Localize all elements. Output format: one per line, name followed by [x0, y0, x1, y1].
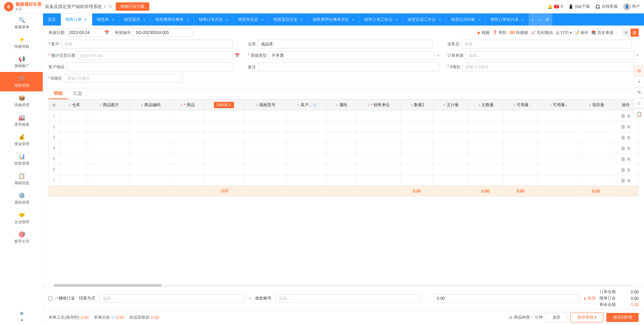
sort-icon[interactable]: ⇅: [410, 103, 413, 107]
account-input[interactable]: [275, 294, 421, 303]
row-warehouse-1[interactable]: [60, 111, 88, 121]
row-product-1[interactable]: [171, 111, 203, 121]
sort-icon[interactable]: ⇅: [367, 103, 370, 107]
tab-sales-return-history[interactable]: 销货单历史 ✕: [233, 13, 269, 26]
customer-more-btn[interactable]: ···: [236, 42, 240, 46]
sidebar-item-enterprise[interactable]: 🤝 企业协同: [0, 208, 43, 228]
save-draft-dropdown-icon[interactable]: ▾: [595, 315, 597, 320]
tab-sales-fee-split[interactable]: 销售费用分摊单 ✕: [151, 13, 194, 26]
preview-btn[interactable]: ▶ 视频: [478, 30, 490, 36]
tab-sales-order[interactable]: 销售订单 ✕: [61, 13, 92, 26]
row-mainqty-1[interactable]: [468, 111, 503, 121]
tab-close-icon[interactable]: ✕: [521, 18, 524, 22]
horizontal-scrollbar[interactable]: [54, 284, 633, 287]
sidebar-item-sales[interactable]: 🛒 销售管理: [0, 72, 43, 91]
right-float-4[interactable]: ☆: [634, 98, 644, 108]
delete-row-btn[interactable]: 🗑: [621, 146, 626, 151]
tab-sales-refund-history[interactable]: 销货退货历史 ✕: [269, 13, 308, 26]
staff-input[interactable]: [461, 40, 632, 48]
customer-input[interactable]: [61, 40, 233, 48]
tab-cash-daily-clear[interactable]: 钱货日清工作台 ✕: [403, 13, 446, 26]
sidebar-item-finance[interactable]: 💰 资金管理: [0, 130, 43, 150]
payment-method-dropdown-icon[interactable]: ▾: [249, 296, 251, 301]
row-unit-1[interactable]: [355, 111, 401, 121]
tab-home[interactable]: 首页: [43, 13, 61, 26]
sort-icon[interactable]: ⇅: [256, 103, 258, 107]
sidebar-item-base[interactable]: 📋 基础信息: [0, 169, 43, 189]
tab-close-icon[interactable]: ✕: [439, 18, 441, 22]
system-dropdown-icon[interactable]: ▾: [104, 4, 106, 9]
sort-icon[interactable]: ⇅: [589, 103, 591, 107]
right-float-3[interactable]: ✎: [634, 87, 644, 97]
industry-solution-button[interactable]: 体验行业方案: [116, 2, 149, 11]
print-dropdown-icon[interactable]: ▾: [570, 30, 572, 35]
order-no-input[interactable]: [133, 28, 193, 37]
tab-sales-order-workbench[interactable]: 销售订单工作台 ✕: [359, 13, 403, 26]
sort-icon[interactable]: ⇅: [478, 103, 481, 107]
sort-icon[interactable]: ⇅: [549, 103, 552, 107]
scan-button[interactable]: 扫码录入: [214, 102, 234, 108]
tab-close-icon[interactable]: ✕: [261, 18, 264, 22]
account-more-btn[interactable]: ···: [426, 296, 430, 301]
invoice-type-input[interactable]: [269, 51, 435, 60]
save-new-button[interactable]: 保存&新增: [606, 313, 639, 322]
sort-icon[interactable]: ⇅: [180, 103, 183, 107]
tab-sales-order-history[interactable]: 销售订单历史 ✕: [194, 13, 233, 26]
system-settings-icon[interactable]: ⚙: [108, 4, 112, 9]
sort-icon[interactable]: ⇅: [513, 103, 516, 107]
calendar-icon[interactable]: 📅: [104, 30, 109, 35]
print-btn[interactable]: 🖨 打印 ▾: [556, 30, 572, 36]
copy-row-btn[interactable]: ⊕: [627, 135, 631, 140]
delete-row-btn[interactable]: 🗑: [621, 124, 626, 129]
user-avatar-area[interactable]: 👤 用户: [623, 3, 640, 10]
tab-sales-refund[interactable]: 销货退货 ✕: [119, 13, 151, 26]
tab-close-icon[interactable]: ✕: [300, 18, 303, 22]
sidebar-item-purchase[interactable]: 📦 采购管理: [0, 91, 43, 111]
right-float-2[interactable]: +: [634, 77, 644, 87]
row-code-1[interactable]: [129, 111, 171, 121]
order-source-dropdown-icon[interactable]: ▾: [637, 53, 639, 58]
tab-sales-return[interactable]: 销货单 ✕: [92, 13, 119, 26]
layout-grid-btn[interactable]: ⊞: [631, 29, 639, 37]
operations-btn[interactable]: 📝 操作: [574, 30, 589, 36]
tab-detail[interactable]: 明细: [48, 88, 68, 99]
row-attr-1[interactable]: [327, 111, 355, 121]
col-settings-icon[interactable]: ⚙: [52, 103, 56, 108]
tab-more-btn[interactable]: ✕: [543, 13, 552, 26]
app-download-btn[interactable]: 📱 App下载: [568, 4, 590, 9]
history-btn[interactable]: 📚 历史单据: [591, 30, 613, 36]
row-custcode-1[interactable]: [286, 111, 327, 121]
save-draft-button[interactable]: 保存草稿 ▾: [570, 313, 604, 322]
sidebar-item-guide[interactable]: 🎯 新手引导: [0, 228, 43, 247]
tab-next-btn[interactable]: ›: [536, 13, 543, 26]
sort-icon[interactable]: ⇅: [68, 103, 71, 107]
sort-icon[interactable]: ⇅: [297, 103, 300, 107]
amount-input[interactable]: [434, 294, 580, 303]
scrollbar-thumb[interactable]: [54, 284, 161, 287]
notes-input[interactable]: [258, 63, 439, 71]
row-qty2-1[interactable]: [401, 111, 433, 121]
sidebar-item-marketing[interactable]: 📢 营销推广: [0, 52, 43, 72]
tab-summary[interactable]: 汇总: [68, 88, 87, 99]
sidebar-item-system[interactable]: ⚙️ 系统管理: [0, 189, 43, 208]
customer-address-input[interactable]: [67, 63, 233, 71]
tab-sales-summary[interactable]: 销售订单统计表 ✕: [486, 13, 529, 26]
delete-row-btn[interactable]: 🗑: [621, 156, 626, 162]
quick-order-checkbox[interactable]: [48, 296, 53, 300]
date-input[interactable]: [66, 28, 103, 37]
right-float-5[interactable]: 📋: [634, 109, 644, 119]
delete-row-btn[interactable]: 🗑: [621, 113, 626, 119]
info-icon[interactable]: ⓘ: [313, 103, 316, 108]
shortcuts-btn[interactable]: ⌨ 快捷键: [509, 30, 528, 36]
delete-row-btn[interactable]: 🗑: [621, 167, 626, 172]
payment-method-input[interactable]: [99, 294, 245, 303]
tab-close-icon[interactable]: ✕: [352, 18, 354, 22]
order-source-input[interactable]: [465, 51, 635, 60]
a-project-input[interactable]: [462, 63, 639, 71]
tab-close-icon[interactable]: ✕: [112, 18, 114, 22]
notification-area[interactable]: 🔔 9 9: [547, 4, 563, 9]
warehouse-more-btn[interactable]: ···: [436, 42, 439, 46]
invoice-dropdown-icon[interactable]: ▾: [437, 53, 439, 58]
discard-button[interactable]: 放弃: [545, 313, 568, 322]
col-settings[interactable]: ⚙: [49, 100, 60, 111]
